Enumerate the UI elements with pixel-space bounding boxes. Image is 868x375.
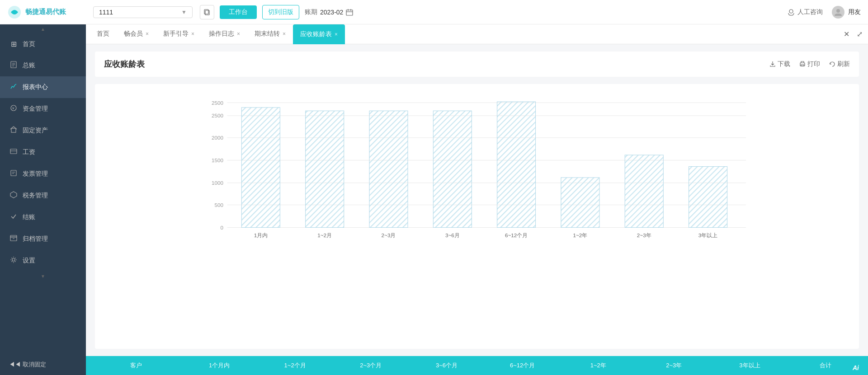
page-content: 应收账龄表 下载 [86,44,868,356]
sidebar-item-reports-label: 报表中心 [23,83,48,91]
period-info: 账期 2023-02 [305,8,353,16]
copy-icon-btn[interactable] [200,5,214,19]
sidebar-item-home[interactable]: ⊞ 首页 [0,33,86,55]
sidebar: ▲ ⊞ 首页 总账 报表中心 [0,24,86,375]
logo-area: 畅捷通易代账 [7,5,93,19]
svg-text:500: 500 [215,202,224,208]
tab-oplog-label: 操作日志 [209,30,234,38]
svg-point-25 [12,258,15,261]
sidebar-item-home-label: 首页 [23,40,35,48]
period-value: 2023-02 [320,9,343,16]
tab-oplog[interactable]: 操作日志 × [202,24,247,44]
ai-badge[interactable]: Ai [844,361,868,375]
svg-point-8 [836,9,840,13]
svg-text:¥: ¥ [12,106,14,110]
table-header: 客户 1个月内 1~2个月 2~3个月 3~6个月 6~12个月 1~2年 2~… [86,356,868,375]
page-actions: 下载 打印 [769,60,850,68]
svg-text:1月内: 1月内 [254,232,268,238]
cancel-pin-button[interactable]: ◀◀ 取消固定 [0,354,86,375]
svg-text:1~2年: 1~2年 [573,232,588,238]
tab-aging-close[interactable]: × [335,32,338,37]
reports-icon [9,83,18,92]
user-name: 用友 [848,8,861,16]
svg-rect-23 [10,235,17,237]
svg-rect-15 [11,128,16,132]
sidebar-item-ledger[interactable]: 总账 [0,55,86,76]
headset-icon [788,9,795,16]
refresh-button[interactable]: 刷新 [829,60,850,68]
svg-rect-57 [689,167,727,228]
user-area[interactable]: 用友 [832,6,861,19]
logo-text: 畅捷通易代账 [25,8,66,16]
svg-rect-3 [346,10,353,15]
table-col-6-12m: 6~12个月 [485,361,561,370]
table-col-1m: 1个月内 [181,361,257,370]
sidebar-item-checkout-label: 结账 [23,213,35,221]
user-avatar-icon [834,8,843,17]
close-tab-button[interactable]: ✕ [842,28,851,40]
page-header: 应收账龄表 下载 [95,52,859,77]
sidebar-item-settings[interactable]: 设置 [0,250,86,272]
svg-text:2~3月: 2~3月 [382,232,396,238]
workbench-button[interactable]: 工作台 [220,5,257,19]
old-version-button[interactable]: 切到旧版 [262,5,299,19]
table-col-2-3m: 2~3个月 [333,361,409,370]
svg-rect-16 [10,149,17,154]
sidebar-item-salary[interactable]: 工资 [0,141,86,163]
header-center: 工作台 切到旧版 账期 2023-02 [200,5,353,19]
tab-guide[interactable]: 新手引导 × [156,24,202,44]
svg-text:2~3年: 2~3年 [637,232,651,238]
table-col-1-2y: 1~2年 [560,361,636,370]
company-name: 1111 [99,9,178,16]
svg-text:2000: 2000 [212,135,223,141]
sidebar-item-invoice[interactable]: 发票管理 [0,163,86,185]
svg-text:6~12个月: 6~12个月 [505,232,528,238]
company-selector[interactable]: 1111 ▼ [93,6,193,18]
scroll-down-indicator: ▼ [0,272,86,281]
download-icon [769,61,776,67]
table-col-1-2m: 1~2个月 [257,361,333,370]
settings-icon [9,256,18,265]
scroll-up-indicator: ▲ [0,24,86,33]
sidebar-item-archive[interactable]: 归档管理 [0,228,86,250]
tab-guide-label: 新手引导 [163,30,189,38]
download-label: 下载 [778,60,790,68]
svg-text:3年以上: 3年以上 [698,232,718,238]
tab-member-close[interactable]: × [146,31,149,37]
table-col-3-6m: 3~6个月 [409,361,485,370]
tab-period-close[interactable]: 期末结转 × [247,24,293,44]
sidebar-item-funds[interactable]: ¥ 资金管理 [0,98,86,120]
tab-aging[interactable]: 应收账龄表 × [293,24,345,44]
svg-text:2500: 2500 [212,100,223,106]
expand-tab-button[interactable]: ⤢ [855,28,864,40]
archive-icon [9,234,18,244]
sidebar-item-fixed-assets[interactable]: 固定资产 [0,120,86,141]
content-area: 首页 畅会员 × 新手引导 × 操作日志 × 期末结转 × 应收账龄表 × [86,24,868,375]
tab-member-label: 畅会员 [124,30,143,38]
tab-guide-close[interactable]: × [191,31,194,37]
sidebar-item-checkout[interactable]: 结账 [0,206,86,228]
chart-container: 0 500 1000 1500 2000 2500 2500 [95,84,859,349]
copy-icon [203,9,211,16]
tab-period-close-close[interactable]: × [283,31,286,37]
print-button[interactable]: 打印 [799,60,820,68]
tab-oplog-close[interactable]: × [237,31,240,37]
tab-period-close-label: 期末结转 [255,30,280,38]
sidebar-item-salary-label: 工资 [23,148,35,156]
salary-icon [9,148,18,157]
svg-rect-55 [625,155,663,227]
tab-member[interactable]: 畅会员 × [117,24,156,44]
consult-label: 人工咨询 [797,8,823,16]
sidebar-item-ledger-label: 总账 [23,61,35,70]
download-button[interactable]: 下载 [769,60,790,68]
tab-home[interactable]: 首页 [90,24,117,44]
sidebar-item-reports[interactable]: 报表中心 [0,76,86,98]
table-col-customer: 客户 [90,361,181,370]
svg-rect-49 [433,111,472,227]
sidebar-item-tax[interactable]: 税务管理 [0,185,86,206]
refresh-label: 刷新 [837,60,850,68]
avatar [832,6,844,19]
sidebar-item-funds-label: 资金管理 [23,105,48,113]
chevron-down-icon: ▼ [181,9,187,15]
consult-button[interactable]: 人工咨询 [788,8,823,16]
